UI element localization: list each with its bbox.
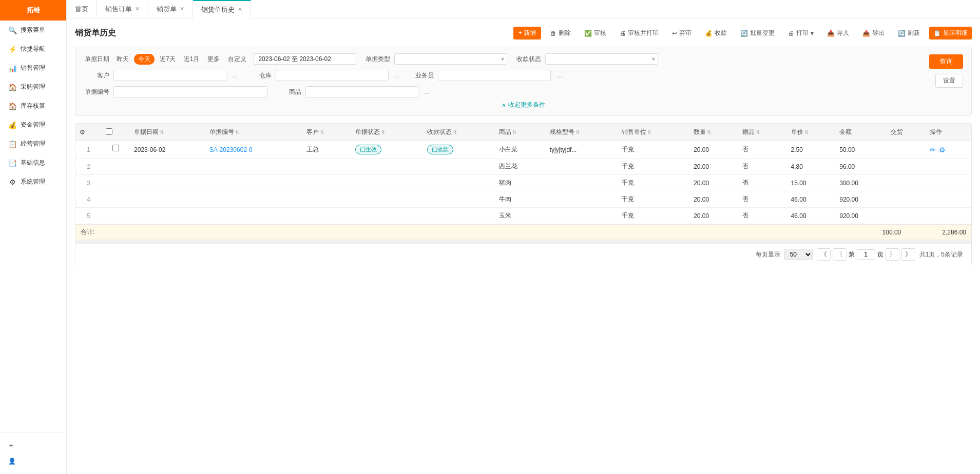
row-doc-no: SA-20230602-0 <box>205 141 303 159</box>
sidebar-item-base-info[interactable]: 📑 基础信息 <box>0 153 66 172</box>
date-7days[interactable]: 近7天 <box>157 54 179 65</box>
col-doc-no: 单据编号⇅ <box>205 124 303 141</box>
select-all-checkbox[interactable] <box>106 128 112 135</box>
row-qty: 20.00 <box>689 141 738 159</box>
sidebar-item-system[interactable]: ⚙ 系统管理 <box>0 172 66 191</box>
print-button[interactable]: 🖨 打印 ▾ <box>784 27 818 40</box>
page-number-input[interactable] <box>857 249 875 260</box>
col-amount: 金额 <box>835 124 887 141</box>
date-more[interactable]: 更多 <box>204 54 223 65</box>
sidebar-bottom-user[interactable]: 👤 <box>0 453 66 469</box>
row-doc-status <box>351 208 423 224</box>
row-gift: 否 <box>738 141 787 159</box>
sidebar-item-quick-nav[interactable]: ⚡ 快捷导航 <box>0 40 66 58</box>
show-detail-button[interactable]: 📋 显示明细 <box>929 27 972 40</box>
collapse-button[interactable]: ∧ 收起更多条件 <box>502 101 545 109</box>
goods-input[interactable] <box>305 86 418 97</box>
warehouse-input[interactable] <box>276 70 389 81</box>
row-spec <box>546 191 618 208</box>
next-page-button[interactable]: 〉 <box>886 248 899 261</box>
customer-input[interactable] <box>113 70 226 81</box>
sidebar-item-search[interactable]: 🔍 搜索菜单 <box>0 21 66 40</box>
delete-label: 删除 <box>559 29 571 37</box>
delete-button[interactable]: 🗑 删除 <box>546 27 575 40</box>
date-yesterday[interactable]: 昨天 <box>113 54 132 65</box>
prev-page-button[interactable]: 〈 <box>833 248 847 261</box>
scroll-bar[interactable] <box>75 240 971 244</box>
collect-button[interactable]: 💰 收款 <box>701 27 731 40</box>
gear-icon[interactable]: ⚙ <box>80 129 85 136</box>
cancel-review-button[interactable]: ↩ 弃审 <box>668 27 696 40</box>
batch-change-button[interactable]: 🔄 批量变更 <box>736 27 779 40</box>
col-customer: 客户⇅ <box>302 124 351 141</box>
row-checkbox[interactable] <box>112 145 119 151</box>
row-doc-status <box>351 159 423 175</box>
filter-staff: 业务员 ... <box>408 70 562 81</box>
col-settings: ⚙ <box>75 124 102 141</box>
row-goods: 猪肉 <box>495 175 546 191</box>
sidebar-item-inventory[interactable]: 🏠 库存核算 <box>0 96 66 115</box>
first-page-button[interactable]: 《 <box>817 248 831 261</box>
tab-sales-order-close[interactable]: ✕ <box>135 6 140 12</box>
query-button[interactable]: 查询 <box>929 54 963 69</box>
settings-button[interactable]: 设置 <box>935 74 963 88</box>
warehouse-more-icon[interactable]: ... <box>395 72 400 79</box>
customer-more-icon[interactable]: ... <box>233 72 238 79</box>
warehouse-label: 仓库 <box>246 71 272 80</box>
tab-invoice[interactable]: 销货单 ✕ <box>148 0 193 18</box>
sidebar-item-finance[interactable]: 💰 资金管理 <box>0 115 66 134</box>
date-custom[interactable]: 自定义 <box>225 54 249 65</box>
doc-type-input[interactable] <box>394 53 507 65</box>
toolbar: + 新增 🗑 删除 ✅ 审核 🖨 审核并打印 ↩ 弃审 <box>513 27 972 40</box>
print-dropdown-icon: ▾ <box>811 30 814 37</box>
row-checkbox-cell <box>102 141 130 155</box>
total-info: 共1页，5条记录 <box>919 250 963 259</box>
date-today[interactable]: 今天 <box>134 54 155 65</box>
review-print-button[interactable]: 🖨 审核并打印 <box>616 27 663 40</box>
edit-icon[interactable]: ✏ <box>930 146 936 154</box>
tab-home[interactable]: 首页 <box>67 0 97 18</box>
last-page-button[interactable]: 》 <box>901 248 915 261</box>
sidebar-item-label: 系统管理 <box>21 177 45 186</box>
sort-customer-icon: ⇅ <box>320 129 324 135</box>
tab-sales-order[interactable]: 销售订单 ✕ <box>97 0 148 18</box>
refresh-button[interactable]: 🔄 刷新 <box>894 27 924 40</box>
footer-total-qty: 100.00 <box>882 229 901 236</box>
staff-input[interactable] <box>438 70 551 81</box>
row-amount: 300.00 <box>835 175 887 191</box>
goods-more-icon[interactable]: ... <box>425 88 430 95</box>
date-1month[interactable]: 近1月 <box>181 54 203 65</box>
sort-payment-icon: ⇅ <box>453 129 457 135</box>
sidebar-item-purchase[interactable]: 🏠 采购管理 <box>0 77 66 96</box>
doc-no-input[interactable] <box>113 86 267 97</box>
tab-invoice-close[interactable]: ✕ <box>180 6 184 12</box>
import-button[interactable]: 📥 导入 <box>823 27 853 40</box>
print-label: 打印 <box>796 29 809 37</box>
row-actions <box>926 159 971 175</box>
more-icon[interactable]: ⚙ <box>939 146 946 154</box>
filter-row-3: 单据编号 商品 ... <box>84 86 919 97</box>
sidebar-item-label: 经营管理 <box>21 140 45 148</box>
per-page-select[interactable]: 50 100 200 <box>784 249 813 260</box>
collapse-label: 收起更多条件 <box>508 101 545 109</box>
review-button[interactable]: ✅ 审核 <box>580 27 610 40</box>
collapse-row: ∧ 收起更多条件 <box>84 101 963 109</box>
tab-history-close[interactable]: ✕ <box>238 6 242 13</box>
date-range-input[interactable] <box>254 53 356 65</box>
pagination: 每页显示 50 100 200 《 〈 第 页 〉 》 共1页，5条记录 <box>75 244 971 265</box>
sidebar-item-label: 库存核算 <box>21 102 45 110</box>
sort-price-icon: ⇅ <box>804 129 809 135</box>
row-price: 15.00 <box>787 175 836 191</box>
row-customer <box>302 191 351 208</box>
new-button[interactable]: + 新增 <box>513 27 541 40</box>
tab-history[interactable]: 销货单历史 ✕ <box>193 0 251 18</box>
export-button[interactable]: 📤 导出 <box>858 27 889 40</box>
doc-no-link[interactable]: SA-20230602-0 <box>209 146 253 153</box>
row-amount: 920.00 <box>835 191 887 208</box>
sidebar-item-operations[interactable]: 📋 经营管理 <box>0 134 66 153</box>
sidebar-item-sales[interactable]: 📊 销售管理 <box>0 58 66 77</box>
staff-more-icon[interactable]: ... <box>557 72 562 79</box>
col-date: 单据日期⇅ <box>130 124 205 141</box>
payment-status-input[interactable] <box>545 53 658 65</box>
sidebar-bottom-help[interactable]: ☀ <box>0 438 66 453</box>
